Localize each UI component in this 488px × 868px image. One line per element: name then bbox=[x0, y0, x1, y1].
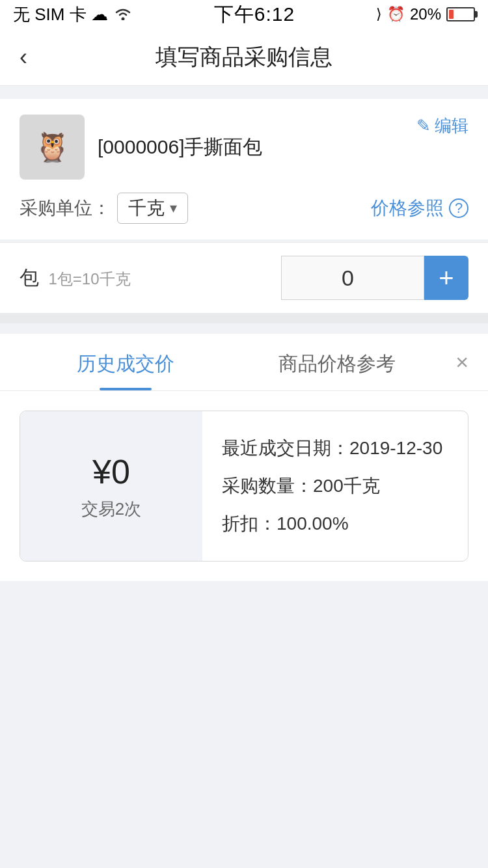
unit-label: 采购单位： bbox=[20, 196, 111, 221]
main-background bbox=[0, 581, 488, 868]
quantity-label: 采购数量： bbox=[222, 476, 313, 496]
price-ref-button[interactable]: 价格参照 ? bbox=[371, 196, 468, 221]
unit-select-dropdown[interactable]: 千克 ▾ bbox=[117, 193, 188, 224]
quantity-section: 包 1包=10千克 + bbox=[0, 242, 488, 313]
discount-value: 100.00% bbox=[277, 513, 349, 534]
tab-product-price[interactable]: 商品价格参考 bbox=[231, 334, 442, 390]
tab-content-history: ¥0 交易2次 最近成交日期：2019-12-30 采购数量：200千克 折扣：… bbox=[0, 391, 488, 581]
status-bar: 无 SIM 卡 ☁ 下午6:12 ⟩ ⏰ 20% bbox=[0, 0, 488, 29]
tab-history-price[interactable]: 历史成交价 bbox=[20, 334, 231, 390]
history-quantity-row: 采购数量：200千克 bbox=[222, 472, 448, 500]
quantity-row: 包 1包=10千克 + bbox=[0, 243, 488, 313]
date-value: 2019-12-30 bbox=[349, 438, 442, 458]
product-header: 🦉 [0000006]手撕面包 ✎ 编辑 bbox=[20, 115, 468, 180]
history-discount-row: 折扣：100.00% bbox=[222, 510, 448, 537]
help-circle-icon: ? bbox=[449, 198, 468, 218]
dropdown-arrow-icon: ▾ bbox=[170, 200, 177, 217]
status-left: 无 SIM 卡 ☁ bbox=[13, 3, 133, 26]
sim-status: 无 SIM 卡 ☁ bbox=[13, 3, 108, 26]
unit-value: 千克 bbox=[128, 196, 165, 221]
quantity-input-group: + bbox=[281, 256, 468, 300]
quantity-input[interactable] bbox=[281, 256, 424, 300]
unit-section: 采购单位： 千克 ▾ bbox=[20, 193, 188, 224]
edit-button[interactable]: ✎ 编辑 bbox=[416, 115, 468, 137]
tab-panel: 历史成交价 商品价格参考 × ¥0 交易2次 最近成交日期：2019-12-30… bbox=[0, 334, 488, 581]
tab-product-label: 商品价格参考 bbox=[278, 353, 396, 374]
discount-label: 折扣： bbox=[222, 513, 277, 534]
product-left: 🦉 [0000006]手撕面包 bbox=[20, 115, 262, 180]
alarm-icon: ⏰ bbox=[387, 6, 405, 23]
tab-header: 历史成交价 商品价格参考 × bbox=[0, 334, 488, 391]
battery-percent: 20% bbox=[410, 5, 441, 23]
tab-history-label: 历史成交价 bbox=[77, 353, 174, 374]
battery-fill bbox=[449, 10, 454, 19]
product-name: [0000006]手撕面包 bbox=[98, 134, 262, 161]
package-equiv: 1包=10千克 bbox=[48, 270, 130, 288]
history-card: ¥0 交易2次 最近成交日期：2019-12-30 采购数量：200千克 折扣：… bbox=[20, 411, 468, 562]
edit-label: 编辑 bbox=[435, 115, 468, 137]
history-price-summary: ¥0 交易2次 bbox=[20, 411, 202, 561]
edit-icon: ✎ bbox=[416, 116, 431, 136]
product-logo-icon: 🦉 bbox=[34, 130, 70, 164]
status-right: ⟩ ⏰ 20% bbox=[376, 5, 475, 23]
quantity-plus-button[interactable]: + bbox=[424, 256, 468, 300]
product-thumbnail: 🦉 bbox=[20, 115, 85, 180]
product-card: 🦉 [0000006]手撕面包 ✎ 编辑 采购单位： 千克 ▾ 价格参照 ? bbox=[0, 99, 488, 239]
tab-close-button[interactable]: × bbox=[442, 336, 468, 388]
battery-icon bbox=[446, 7, 475, 21]
status-time: 下午6:12 bbox=[214, 1, 295, 28]
history-details: 最近成交日期：2019-12-30 采购数量：200千克 折扣：100.00% bbox=[202, 411, 468, 561]
page-title: 填写商品采购信息 bbox=[156, 42, 332, 72]
nav-bar: ‹ 填写商品采购信息 bbox=[0, 29, 488, 86]
date-label: 最近成交日期： bbox=[222, 438, 349, 458]
section-divider bbox=[0, 313, 488, 323]
back-button[interactable]: ‹ bbox=[20, 44, 27, 71]
quantity-label-group: 包 1包=10千克 bbox=[20, 265, 131, 292]
package-label: 包 bbox=[20, 267, 39, 288]
price-ref-label: 价格参照 bbox=[371, 196, 444, 221]
svg-point-0 bbox=[121, 17, 124, 20]
location-icon: ⟩ bbox=[376, 6, 382, 23]
history-price-value: ¥0 bbox=[92, 452, 130, 491]
wifi-icon bbox=[113, 5, 133, 25]
quantity-value: 200千克 bbox=[313, 476, 380, 496]
product-row2: 采购单位： 千克 ▾ 价格参照 ? bbox=[20, 193, 468, 224]
history-date-row: 最近成交日期：2019-12-30 bbox=[222, 435, 448, 462]
history-trade-count: 交易2次 bbox=[81, 498, 141, 521]
